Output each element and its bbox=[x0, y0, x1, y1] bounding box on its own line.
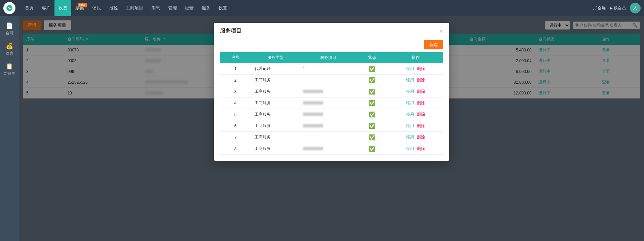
invoice-badge: new bbox=[78, 3, 87, 7]
delete-button[interactable]: 删除 bbox=[417, 146, 425, 151]
scell-item bbox=[300, 97, 357, 109]
scell-action[interactable]: 停用 删除 bbox=[388, 86, 443, 97]
delete-button[interactable]: 删除 bbox=[417, 123, 425, 128]
scell-type: 工商服务 bbox=[251, 143, 300, 155]
stop-button[interactable]: 停用 bbox=[406, 123, 414, 128]
stop-button[interactable]: 停用 bbox=[406, 66, 414, 71]
delete-button[interactable]: 删除 bbox=[417, 112, 425, 117]
nav-bookkeeping[interactable]: 记账 bbox=[88, 0, 105, 16]
list-item: 2 工商服务 ✅ 停用 删除 bbox=[220, 75, 443, 86]
nav-operation[interactable]: 经营 bbox=[181, 0, 198, 16]
scol-type: 服务类型 bbox=[251, 52, 300, 63]
vip-icon: ▶ bbox=[610, 6, 613, 10]
delete-button[interactable]: 删除 bbox=[417, 135, 425, 139]
list-item: 8 工商服务 ✅ 停用 删除 bbox=[220, 143, 443, 155]
scell-action[interactable]: 停用 删除 bbox=[388, 63, 443, 75]
status-check-icon: ✅ bbox=[369, 123, 376, 129]
sidebar-item-statement[interactable]: 📋 对账单 bbox=[0, 60, 19, 79]
scol-no: 序号 bbox=[220, 52, 251, 63]
nav-invoice[interactable]: 票据 new bbox=[71, 0, 88, 16]
scell-status: ✅ bbox=[356, 75, 388, 86]
status-check-icon: ✅ bbox=[369, 89, 376, 94]
scell-action[interactable]: 停用 删除 bbox=[388, 75, 443, 86]
nav-fee[interactable]: 收费 bbox=[54, 0, 71, 16]
scell-item bbox=[300, 86, 357, 97]
stop-button[interactable]: 停用 bbox=[406, 146, 414, 151]
stop-button[interactable]: 停用 bbox=[406, 89, 414, 94]
stop-button[interactable]: 停用 bbox=[406, 135, 414, 139]
fullscreen-icon: ⛶ bbox=[593, 6, 597, 10]
scell-no: 4 bbox=[220, 97, 251, 109]
scell-status: ✅ bbox=[356, 109, 388, 120]
scell-status: ✅ bbox=[356, 86, 388, 97]
sidebar-item-fee[interactable]: 💰 收费 bbox=[0, 40, 19, 58]
modal-close-button[interactable]: × bbox=[440, 28, 443, 34]
nav-manage[interactable]: 管理 bbox=[164, 0, 181, 16]
layout: 📄 合同 💰 收费 📋 对账单 新增 服务项目 进行中 已结束 全部 bbox=[0, 16, 644, 241]
scell-status: ✅ bbox=[356, 63, 388, 75]
modal-table-wrap[interactable]: 序号 服务类型 服务项目 状态 操作 1 代理记账 1 ✅ 停用 删除 bbox=[214, 52, 449, 161]
scell-type: 工商服务 bbox=[251, 86, 300, 97]
list-item: 6 工商服务 ✅ 停用 删除 bbox=[220, 120, 443, 132]
list-item: 1 代理记账 1 ✅ 停用 删除 bbox=[220, 63, 443, 75]
nav-settings[interactable]: 设置 bbox=[215, 0, 231, 16]
scell-item bbox=[300, 143, 357, 155]
status-check-icon: ✅ bbox=[369, 77, 376, 83]
scell-type: 工商服务 bbox=[251, 120, 300, 132]
top-nav: 首页 客户 收费 票据 new 记账 报税 工商项目 消息 管理 经营 服务 设… bbox=[0, 0, 644, 16]
stop-button[interactable]: 停用 bbox=[406, 78, 414, 82]
nav-service[interactable]: 服务 bbox=[198, 0, 215, 16]
nav-business[interactable]: 工商项目 bbox=[122, 0, 147, 16]
list-item: 4 工商服务 ✅ 停用 删除 bbox=[220, 97, 443, 109]
modal-title: 服务项目 bbox=[220, 28, 241, 35]
avatar[interactable]: 人 bbox=[630, 3, 641, 13]
scell-item: 1 bbox=[300, 63, 357, 75]
scell-no: 8 bbox=[220, 143, 251, 155]
nav-right: ⛶ 全屏 ▶ 畅会员 人 bbox=[593, 3, 641, 13]
status-check-icon: ✅ bbox=[369, 100, 376, 106]
scell-no: 5 bbox=[220, 109, 251, 120]
vip-btn[interactable]: ▶ 畅会员 bbox=[610, 5, 626, 11]
scell-action[interactable]: 停用 删除 bbox=[388, 97, 443, 109]
stop-button[interactable]: 停用 bbox=[406, 101, 414, 105]
modal-toolbar: 新建 bbox=[214, 37, 449, 52]
nav-message[interactable]: 消息 bbox=[147, 0, 164, 16]
scell-type: 工商服务 bbox=[251, 97, 300, 109]
scell-no: 2 bbox=[220, 75, 251, 86]
nav-tax[interactable]: 报税 bbox=[105, 0, 122, 16]
scol-action: 操作 bbox=[388, 52, 443, 63]
scell-status: ✅ bbox=[356, 97, 388, 109]
scell-action[interactable]: 停用 删除 bbox=[388, 109, 443, 120]
scell-item bbox=[300, 109, 357, 120]
delete-button[interactable]: 删除 bbox=[417, 78, 425, 82]
scell-action[interactable]: 停用 删除 bbox=[388, 143, 443, 155]
nav-customer[interactable]: 客户 bbox=[38, 0, 54, 16]
scell-status: ✅ bbox=[356, 143, 388, 155]
scell-type: 工商服务 bbox=[251, 75, 300, 86]
scell-status: ✅ bbox=[356, 120, 388, 132]
stop-button[interactable]: 停用 bbox=[406, 112, 414, 117]
list-item: 7 工商服务 ✅ 停用 删除 bbox=[220, 132, 443, 143]
scell-no: 7 bbox=[220, 132, 251, 143]
scell-no: 6 bbox=[220, 120, 251, 132]
scell-action[interactable]: 停用 删除 bbox=[388, 132, 443, 143]
scell-status: ✅ bbox=[356, 132, 388, 143]
modal-new-button[interactable]: 新建 bbox=[424, 40, 443, 49]
status-check-icon: ✅ bbox=[369, 66, 376, 72]
nav-home[interactable]: 首页 bbox=[21, 0, 38, 16]
sidebar: 📄 合同 💰 收费 📋 对账单 bbox=[0, 16, 19, 241]
scell-no: 3 bbox=[220, 86, 251, 97]
sidebar-item-contract[interactable]: 📄 合同 bbox=[0, 19, 19, 38]
delete-button[interactable]: 删除 bbox=[417, 101, 425, 105]
main-content: 新增 服务项目 进行中 已结束 全部 🔍 序号 bbox=[19, 16, 644, 241]
status-check-icon: ✅ bbox=[369, 112, 376, 117]
scell-action[interactable]: 停用 删除 bbox=[388, 120, 443, 132]
logo[interactable] bbox=[3, 2, 15, 14]
delete-button[interactable]: 删除 bbox=[417, 89, 425, 94]
statement-icon: 📋 bbox=[6, 63, 13, 70]
scol-status: 状态 bbox=[356, 52, 388, 63]
status-check-icon: ✅ bbox=[369, 134, 376, 140]
delete-button[interactable]: 删除 bbox=[417, 66, 425, 71]
fullscreen-btn[interactable]: ⛶ 全屏 bbox=[593, 5, 606, 11]
status-check-icon: ✅ bbox=[369, 146, 376, 152]
